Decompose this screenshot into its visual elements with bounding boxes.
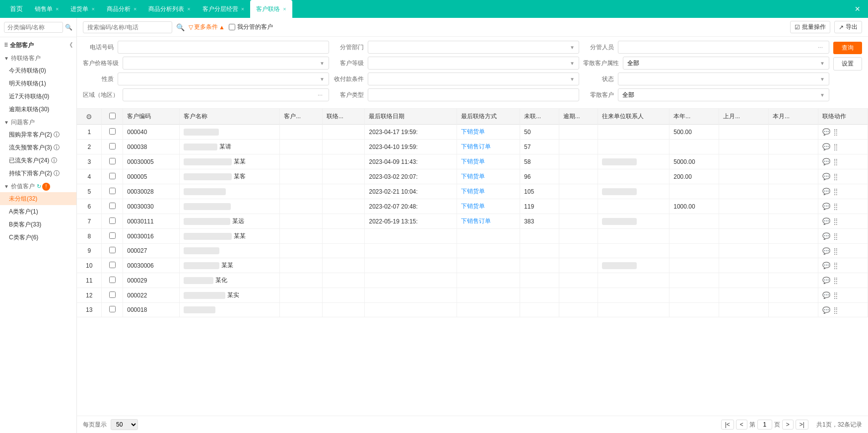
batch-ops-button[interactable]: ☑ 批量操作 (790, 21, 830, 33)
next-page-button[interactable]: > (782, 420, 794, 430)
my-customers-checkbox-label[interactable]: 我分管的客户 (229, 23, 273, 31)
sidebar-item-hoarding[interactable]: 囤购异常客户(2) ⓘ (0, 128, 76, 141)
prev-page-button[interactable]: < (736, 420, 747, 430)
sidebar-item-churned[interactable]: 已流失客户(24) ⓘ (0, 154, 76, 167)
sidebar-search-input[interactable] (4, 22, 63, 33)
row-checkbox[interactable] (109, 128, 116, 135)
nav-tab-salesorder[interactable]: 销售单 × (29, 0, 65, 18)
row-checkbox-cell[interactable] (102, 303, 123, 317)
close-customer-tier-icon[interactable]: × (241, 6, 244, 12)
phone-action-icon[interactable]: 💬 (822, 306, 830, 314)
phone-action-icon[interactable]: 💬 (822, 277, 830, 284)
last-page-button[interactable]: >| (796, 420, 808, 430)
method-link[interactable]: 下销货单 (461, 203, 485, 210)
nav-tab-purchase[interactable]: 进货单 × (65, 0, 100, 18)
grid-action-icon[interactable]: ⣿ (833, 158, 838, 165)
row-checkbox-cell[interactable] (102, 229, 123, 244)
phone-action-icon[interactable]: 💬 (822, 232, 830, 240)
sidebar-group-pending[interactable]: ▼ 待联络客户 (0, 52, 76, 64)
grid-action-icon[interactable]: ⣿ (833, 143, 838, 150)
retail-attr-select[interactable]: 全部 ▼ (623, 57, 829, 70)
customer-type-input[interactable] (368, 88, 579, 101)
close-salesorder-icon[interactable]: × (56, 6, 59, 12)
close-analysis-list-icon[interactable]: × (187, 6, 190, 12)
main-search-button[interactable]: 🔍 (176, 23, 185, 31)
query-button[interactable]: 查询 (833, 42, 862, 54)
per-page-select[interactable]: 50 100 (111, 419, 138, 430)
row-checkbox[interactable] (109, 232, 116, 239)
row-checkbox-cell[interactable] (102, 199, 123, 214)
nav-tab-customer-contact[interactable]: 客户联络 × (250, 0, 292, 18)
phone-action-icon[interactable]: 💬 (822, 143, 830, 150)
method-link[interactable]: 下销售订单 (461, 217, 491, 224)
select-all-checkbox[interactable] (109, 113, 116, 119)
export-button[interactable]: ↗ 导出 (834, 21, 862, 33)
row-checkbox-cell[interactable] (102, 273, 123, 288)
row-checkbox-cell[interactable] (102, 244, 123, 258)
grid-action-icon[interactable]: ⣿ (833, 217, 838, 225)
sidebar-item-class-c[interactable]: C类客户(6) (0, 231, 76, 244)
row-checkbox[interactable] (109, 203, 116, 209)
region-dots-icon[interactable]: ··· (316, 91, 325, 98)
row-checkbox-cell[interactable] (102, 140, 123, 154)
row-checkbox-cell[interactable] (102, 169, 123, 184)
sidebar-item-7day-pending[interactable]: 近7天待联络(0) (0, 90, 76, 103)
phone-action-icon[interactable]: 💬 (822, 173, 830, 180)
grid-action-icon[interactable]: ⣿ (833, 188, 838, 195)
sidebar-group-problem[interactable]: ▼ 问题客户 (0, 116, 76, 128)
phone-action-icon[interactable]: 💬 (822, 217, 830, 225)
phone-action-icon[interactable]: 💬 (822, 291, 830, 299)
grid-action-icon[interactable]: ⣿ (833, 173, 838, 180)
refresh-icon[interactable]: ↻ (37, 183, 41, 190)
grid-action-icon[interactable]: ⣿ (833, 128, 838, 136)
status-select[interactable]: ▼ (618, 72, 829, 85)
row-checkbox[interactable] (109, 158, 116, 164)
nav-tab-customer-tier[interactable]: 客户分层经营 × (197, 0, 250, 18)
sidebar-collapse-icon[interactable]: 《 (67, 41, 72, 50)
col-checkbox[interactable] (102, 109, 123, 125)
main-search-input[interactable] (83, 21, 172, 33)
sidebar-item-declining[interactable]: 持续下滑客户(2) ⓘ (0, 167, 76, 180)
phone-input[interactable] (118, 41, 329, 54)
close-purchase-icon[interactable]: × (91, 6, 94, 12)
nature-select[interactable]: ▼ (118, 72, 329, 85)
price-tier-select[interactable]: ▼ (123, 57, 329, 70)
sidebar-all-customers[interactable]: ⠿ 全部客户 《 (0, 37, 76, 52)
sidebar-search-icon[interactable]: 🔍 (65, 24, 72, 31)
row-checkbox-cell[interactable] (102, 288, 123, 303)
close-analysis-icon[interactable]: × (134, 6, 136, 12)
grid-action-icon[interactable]: ⣿ (833, 203, 838, 210)
sidebar-item-churn-warning[interactable]: 流失预警客户(3) ⓘ (0, 141, 76, 154)
row-checkbox[interactable] (109, 143, 116, 149)
row-checkbox[interactable] (109, 247, 116, 253)
row-checkbox[interactable] (109, 277, 116, 283)
person-select[interactable]: ··· (618, 41, 829, 54)
my-customers-checkbox[interactable] (229, 24, 235, 30)
method-link[interactable]: 下销售订单 (461, 143, 491, 150)
grid-action-icon[interactable]: ⣿ (833, 247, 838, 255)
phone-action-icon[interactable]: 💬 (822, 128, 830, 136)
customer-tier-select[interactable]: ▼ (368, 57, 579, 70)
sidebar-item-overdue-pending[interactable]: 逾期未联络(30) (0, 103, 76, 116)
grid-action-icon[interactable]: ⣿ (833, 291, 838, 299)
nav-home[interactable]: 首页 (4, 4, 29, 13)
nav-tab-analysis[interactable]: 商品分析 × (101, 0, 142, 18)
sidebar-item-today-pending[interactable]: 今天待联络(0) (0, 64, 76, 77)
phone-action-icon[interactable]: 💬 (822, 247, 830, 255)
sidebar-item-class-b[interactable]: B类客户(33) (0, 218, 76, 231)
grid-action-icon[interactable]: ⣿ (833, 306, 838, 314)
person-dots-icon[interactable]: ··· (816, 44, 825, 51)
col-settings[interactable]: ⚙ (77, 109, 102, 125)
method-link[interactable]: 下销货单 (461, 188, 485, 195)
row-checkbox-cell[interactable] (102, 184, 123, 199)
close-customer-contact-icon[interactable]: × (283, 6, 286, 12)
row-checkbox[interactable] (109, 291, 116, 298)
page-number-input[interactable] (757, 420, 772, 430)
row-checkbox-cell[interactable] (102, 154, 123, 169)
first-page-button[interactable]: |< (721, 420, 734, 430)
phone-action-icon[interactable]: 💬 (822, 262, 830, 269)
row-checkbox[interactable] (109, 217, 116, 224)
dept-select[interactable]: ▼ (368, 41, 579, 54)
phone-action-icon[interactable]: 💬 (822, 203, 830, 210)
region-select[interactable]: ··· (123, 88, 329, 101)
